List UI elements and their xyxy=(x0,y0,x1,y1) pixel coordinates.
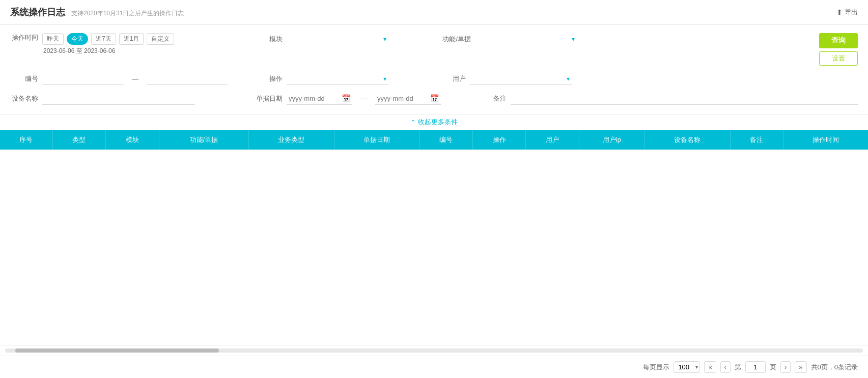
table-header-row: 序号 类型 模块 功能/单据 业务类型 单据日期 编号 操作 用户 用户ip 设… xyxy=(0,130,868,150)
pagination-bar: 每页显示 100 50 20 ▾ « ‹ 第 页 › » 共0页，0条记录 xyxy=(0,356,868,378)
date-from-input[interactable] xyxy=(289,95,340,102)
collapse-bar[interactable]: ⌃ 收起更多条件 xyxy=(0,114,868,130)
code-input-to[interactable] xyxy=(147,73,228,85)
time-label: 操作时间 xyxy=(10,33,38,42)
operation-filter: 操作 ▾ xyxy=(234,73,428,85)
export-icon: ⬆ xyxy=(836,8,843,16)
scrollbar-track[interactable] xyxy=(5,348,863,353)
total-info: 共0页，0条记录 xyxy=(811,363,858,372)
data-table: 序号 类型 模块 功能/单据 业务类型 单据日期 编号 操作 用户 用户ip 设… xyxy=(0,130,868,150)
page-wrapper: 系统操作日志 支持2020年10月31日之后产生的操作日志 ⬆ 导出 操作时间 … xyxy=(0,0,868,378)
col-function: 功能/单据 xyxy=(159,130,248,150)
next-page-button[interactable]: › xyxy=(780,361,791,373)
collapse-chevron-icon: ⌃ xyxy=(410,119,416,126)
time-btn-yesterday[interactable]: 昨天 xyxy=(42,33,64,45)
table-header: 序号 类型 模块 功能/单据 业务类型 单据日期 编号 操作 用户 用户ip 设… xyxy=(0,130,868,150)
operation-select-wrapper: ▾ xyxy=(287,73,388,85)
table-container: 序号 类型 模块 功能/单据 业务类型 单据日期 编号 操作 用户 用户ip 设… xyxy=(0,130,868,345)
function-select-wrapper: ▾ xyxy=(475,33,577,45)
code-dash: — xyxy=(132,75,138,83)
code-filter: 编号 — xyxy=(10,73,234,85)
function-select[interactable] xyxy=(475,33,577,45)
date-filter: 单据日期 📅 — 📅 xyxy=(234,92,468,105)
first-page-button[interactable]: « xyxy=(704,361,716,373)
time-filter-group: 操作时间 昨天 今天 近7天 近1月 自定义 2023-06-06 至 2023… xyxy=(10,33,234,55)
date-to-input[interactable] xyxy=(377,95,428,102)
module-select[interactable] xyxy=(287,33,388,45)
page-title: 系统操作日志 xyxy=(10,6,65,18)
col-type: 类型 xyxy=(52,130,105,150)
page-size-wrapper: 100 50 20 ▾ xyxy=(674,361,700,373)
time-filter-controls: 昨天 今天 近7天 近1月 自定义 2023-06-06 至 2023-06-0… xyxy=(42,33,174,55)
time-btn-custom[interactable]: 自定义 xyxy=(147,33,174,45)
col-remark: 备注 xyxy=(730,130,783,150)
function-filter: 功能/单据 ▾ xyxy=(428,33,621,45)
page-end-label: 页 xyxy=(770,363,776,372)
remark-label: 备注 xyxy=(479,94,507,103)
header-left: 系统操作日志 支持2020年10月31日之后产生的操作日志 xyxy=(10,6,184,18)
module-filter: 模块 ▾ xyxy=(234,33,428,45)
function-label: 功能/单据 xyxy=(438,35,471,44)
user-select[interactable] xyxy=(470,73,572,85)
user-filter: 用户 ▾ xyxy=(428,73,621,85)
operation-select[interactable] xyxy=(287,73,388,85)
code-label: 编号 xyxy=(10,74,38,83)
last-page-button[interactable]: » xyxy=(795,361,806,373)
module-select-wrapper: ▾ xyxy=(287,33,388,45)
time-btn-today[interactable]: 今天 xyxy=(67,33,88,45)
date-to-wrapper: 📅 xyxy=(375,92,441,105)
export-button[interactable]: ⬆ 导出 xyxy=(836,8,858,17)
scrollbar-thumb[interactable] xyxy=(15,348,219,353)
col-code: 编号 xyxy=(419,130,472,150)
col-business-type: 业务类型 xyxy=(249,130,334,150)
filter-area: 操作时间 昨天 今天 近7天 近1月 自定义 2023-06-06 至 2023… xyxy=(0,25,868,114)
page-number-input[interactable] xyxy=(745,361,766,373)
device-label: 设备名称 xyxy=(10,94,38,103)
col-module: 模块 xyxy=(106,130,159,150)
settings-button[interactable]: 设置 xyxy=(819,51,858,66)
time-buttons: 昨天 今天 近7天 近1月 自定义 xyxy=(42,33,174,45)
col-date: 单据日期 xyxy=(334,130,419,150)
action-buttons: 查询 设置 xyxy=(819,33,858,66)
scrollbar-area xyxy=(0,345,868,356)
remark-input[interactable] xyxy=(511,93,858,105)
time-range-display: 2023-06-06 至 2023-06-06 xyxy=(42,47,174,55)
user-select-wrapper: ▾ xyxy=(470,73,572,85)
export-label: 导出 xyxy=(845,8,858,17)
col-seq: 序号 xyxy=(0,130,52,150)
date-from-wrapper: 📅 xyxy=(287,92,352,105)
time-btn-7days[interactable]: 近7天 xyxy=(91,33,116,45)
date-label: 单据日期 xyxy=(255,94,283,103)
calendar-from-icon[interactable]: 📅 xyxy=(342,94,350,102)
device-input[interactable] xyxy=(42,93,195,105)
col-user-ip: 用户ip xyxy=(579,130,645,150)
query-button[interactable]: 查询 xyxy=(819,33,858,48)
prev-page-button[interactable]: ‹ xyxy=(720,361,731,373)
per-page-label: 每页显示 xyxy=(643,363,669,372)
page-header: 系统操作日志 支持2020年10月31日之后产生的操作日志 ⬆ 导出 xyxy=(0,0,868,25)
page-subtitle: 支持2020年10月31日之后产生的操作日志 xyxy=(71,9,184,18)
collapse-label: 收起更多条件 xyxy=(418,118,458,127)
page-label: 第 xyxy=(735,363,741,372)
user-label: 用户 xyxy=(438,74,466,83)
code-input-from[interactable] xyxy=(42,73,124,85)
remark-filter: 备注 xyxy=(468,93,858,105)
device-filter: 设备名称 xyxy=(10,93,234,105)
module-label: 模块 xyxy=(255,35,283,44)
page-size-select[interactable]: 100 50 20 xyxy=(674,361,700,373)
collapse-text: ⌃ 收起更多条件 xyxy=(410,118,458,127)
col-user: 用户 xyxy=(526,130,579,150)
calendar-to-icon[interactable]: 📅 xyxy=(430,94,439,102)
date-dash: — xyxy=(360,95,367,102)
col-device: 设备名称 xyxy=(645,130,730,150)
operation-label: 操作 xyxy=(255,74,283,83)
col-operation: 操作 xyxy=(472,130,525,150)
time-btn-1month[interactable]: 近1月 xyxy=(119,33,144,45)
col-op-time: 操作时间 xyxy=(783,130,868,150)
